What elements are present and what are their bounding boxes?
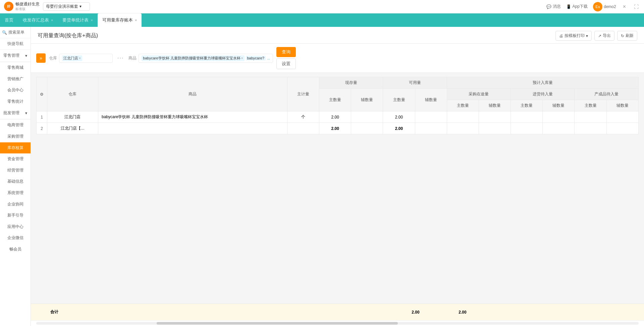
sidebar-item-base-info[interactable]: 基础信息	[0, 176, 31, 187]
search-icon: 🔍	[2, 30, 7, 35]
warehouse-col-header: 仓库	[47, 77, 98, 111]
row-available-main: 2.00	[383, 111, 415, 123]
scrollbar-area	[31, 320, 644, 326]
settings-btn[interactable]: 设置	[276, 58, 296, 69]
current-aux-qty-header: 辅数量	[351, 89, 383, 111]
expand-btn[interactable]: ⛶	[633, 3, 640, 11]
sidebar-item-new-guide[interactable]: 新手引导	[0, 210, 31, 221]
export-btn[interactable]: ↗ 导出	[594, 31, 614, 41]
product-tag-1-close[interactable]: ×	[241, 56, 243, 60]
sidebar-item-retail-mall[interactable]: 零售商城	[0, 62, 31, 74]
tab-available-ledger-close[interactable]: ×	[135, 18, 137, 22]
message-btn[interactable]: 💬 消息	[546, 4, 561, 9]
filter-dots[interactable]: ···	[116, 55, 125, 61]
product-tag-2: babycare?	[246, 56, 266, 60]
sidebar: 🔍 搜索菜单 快捷导航 零售管理 零售商城 营销推广 会员中心 零售统计 批发管…	[0, 27, 31, 326]
tab-receive-summary[interactable]: 收发存汇总表 ×	[18, 13, 58, 27]
row-num: 2	[37, 123, 47, 134]
phone-icon: 📱	[566, 4, 571, 9]
sidebar-item-members[interactable]: 畅会员	[0, 244, 31, 255]
chevron-down-icon	[79, 4, 82, 9]
user-area[interactable]: Ea demo2	[593, 2, 616, 11]
user-name: demo2	[604, 4, 616, 9]
sidebar-search[interactable]: 🔍 搜索菜单	[0, 27, 31, 38]
row-products-main	[575, 111, 606, 123]
row-available-aux	[415, 123, 447, 134]
product-tag-1: babycare学饮杯 儿童防摔防撞吸管杯重力球吸嘴杯宝宝水杯 ×	[142, 55, 244, 61]
filter-toggle-btn[interactable]	[36, 53, 46, 63]
row-current-main: 2.00	[319, 123, 351, 134]
inbound-pending-aux-header: 辅数量	[543, 100, 575, 111]
sidebar-item-enterprise-wx[interactable]: 企业微信	[0, 232, 31, 244]
row-product	[98, 123, 287, 134]
row-unit: 个	[287, 111, 319, 123]
sidebar-item-system[interactable]: 系统管理	[0, 187, 31, 199]
row-warehouse: 江北门店【...	[47, 123, 98, 134]
nav-tabs: 首页 收发存汇总表 × 要货单统计表 × 可用量库存账本 ×	[0, 13, 644, 27]
query-btn[interactable]: 查询	[276, 47, 296, 57]
sidebar-item-finance[interactable]: 资金管理	[0, 153, 31, 165]
message-label: 消息	[553, 4, 561, 9]
gear-icon[interactable]	[40, 92, 44, 97]
tab-order-stats[interactable]: 要货单统计表 ×	[58, 13, 97, 27]
purchase-transit-main-header: 主数量	[447, 100, 479, 111]
sidebar-item-inventory[interactable]: 库存核算	[0, 142, 31, 154]
sidebar-item-wholesale-mgmt[interactable]: 批发管理	[0, 107, 31, 119]
avatar: Ea	[593, 2, 602, 11]
logo-sub: 标准版	[15, 7, 40, 11]
sidebar-section-wholesale: 批发管理	[0, 107, 31, 120]
tab-home[interactable]: 首页	[0, 13, 18, 27]
sidebar-item-retail-stats[interactable]: 零售统计	[0, 96, 31, 107]
template-print-btn[interactable]: 🖨 按模板打印	[555, 31, 592, 41]
double-arrow-icon	[40, 55, 42, 61]
sidebar-item-ecommerce[interactable]: 电商管理	[0, 120, 31, 131]
page-title: 可用量查询(按仓库+商品)	[38, 32, 98, 39]
warehouse-tag-close[interactable]: ×	[79, 56, 81, 60]
top-header: 好 畅捷通好生意 标准版 母婴行业演示账套 💬 消息 📱 App下载 Ea de…	[0, 0, 644, 13]
table-row: 2 江北门店【... 2.00 2.00	[37, 123, 639, 134]
sidebar-item-operations[interactable]: 经营管理	[0, 165, 31, 176]
tab-home-label: 首页	[5, 17, 13, 23]
row-num: 1	[37, 111, 47, 123]
sidebar-item-purchase[interactable]: 采购管理	[0, 131, 31, 142]
products-pending-main-header: 主数量	[575, 100, 606, 111]
available-main-qty-header: 主数量	[383, 89, 415, 111]
export-label: 导出	[603, 33, 611, 39]
row-available-main: 2.00	[383, 123, 415, 134]
message-icon: 💬	[546, 4, 551, 9]
row-purchase-aux	[479, 111, 511, 123]
sidebar-section-retail-mgmt: 零售管理	[0, 50, 31, 62]
product-filter-more[interactable]: ...	[267, 56, 270, 60]
planned-inbound-header: 预计入库量	[447, 77, 638, 89]
sidebar-item-retail-mgmt[interactable]: 零售管理	[0, 50, 31, 62]
product-tags[interactable]: babycare学饮杯 儿童防摔防撞吸管杯重力球吸嘴杯宝宝水杯 × babyca…	[139, 54, 273, 63]
industry-selector[interactable]: 母婴行业演示账套	[43, 2, 90, 11]
sidebar-item-member-center[interactable]: 会员中心	[0, 85, 31, 96]
tab-order-stats-close[interactable]: ×	[91, 18, 93, 22]
filter-area: 仓库 江北门店 × ··· 商品 babycare学饮杯 儿童防摔防撞吸管杯重力…	[31, 44, 644, 73]
close-window-btn[interactable]: ×	[622, 2, 627, 11]
row-available-aux	[415, 111, 447, 123]
app-download-btn[interactable]: 📱 App下载	[566, 4, 588, 9]
tab-receive-summary-label: 收发存汇总表	[23, 17, 49, 23]
row-purchase-main	[447, 123, 479, 134]
available-header: 可用量	[383, 77, 447, 89]
filter-buttons: 查询 设置	[276, 47, 296, 69]
sidebar-item-enterprise[interactable]: 企业协同	[0, 199, 31, 210]
sidebar-item-marketing[interactable]: 营销推广	[0, 74, 31, 85]
purchase-transit-header: 采购在途量	[447, 89, 511, 100]
horizontal-scrollbar[interactable]	[36, 322, 639, 325]
tab-receive-summary-close[interactable]: ×	[51, 18, 53, 22]
logo-icon: 好	[4, 2, 13, 11]
tab-available-ledger[interactable]: 可用量库存账本 ×	[98, 13, 142, 27]
sidebar-nav-label: 快捷导航	[7, 41, 23, 47]
refresh-btn[interactable]: ↻ 刷新	[617, 31, 637, 41]
product-col-header: 商品	[98, 77, 287, 111]
scrollbar-thumb[interactable]	[157, 322, 397, 325]
row-inbound-main	[511, 123, 543, 134]
warehouse-tags[interactable]: 江北门店 ×	[59, 54, 113, 63]
sidebar-item-app-center[interactable]: 应用中心	[0, 221, 31, 233]
page-actions: 🖨 按模板打印 ↗ 导出 ↻ 刷新	[555, 31, 637, 41]
sidebar-quick-nav[interactable]: 快捷导航	[0, 38, 31, 50]
purchase-transit-aux-header: 辅数量	[479, 100, 511, 111]
